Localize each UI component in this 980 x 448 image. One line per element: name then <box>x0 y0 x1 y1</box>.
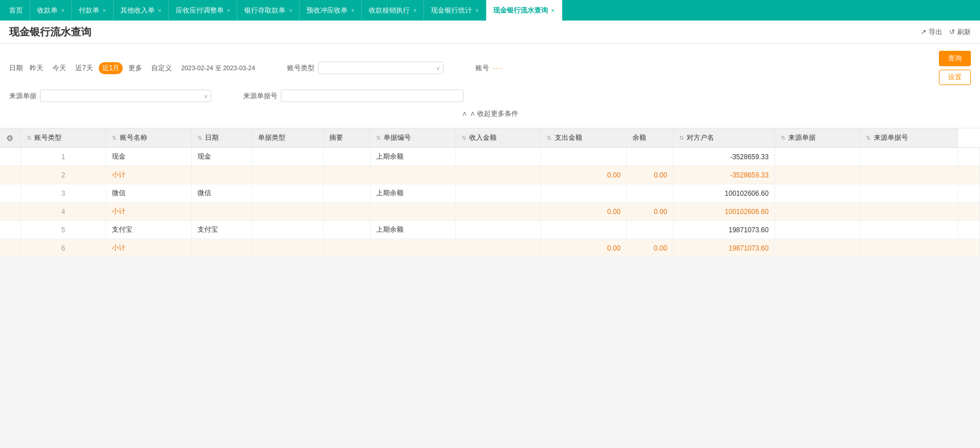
account-type-select[interactable] <box>318 62 443 74</box>
account-type-label: 账号类型 <box>287 63 314 73</box>
cell-settings <box>0 166 21 184</box>
close-icon[interactable]: × <box>475 7 479 14</box>
date-option-more[interactable]: 更多 <box>125 62 146 74</box>
nav-tab-verify[interactable]: 收款核销执行 × <box>362 0 424 21</box>
date-filter: 日期 昨天 今天 近7天 近1月 更多 自定义 2023-02-24 至 202… <box>9 62 255 74</box>
collapse-icon: ∧ <box>462 110 467 118</box>
refresh-button[interactable]: ↺ 刷新 <box>949 27 971 37</box>
source-doc-num-label: 来源单据号 <box>243 91 277 101</box>
gear-icon[interactable]: ⚙ <box>6 134 14 143</box>
cell-account-name <box>191 203 252 221</box>
settings-button[interactable]: 设置 <box>939 70 971 85</box>
cell-balance: -3528659.33 <box>673 148 775 166</box>
col-account-name: ⇅ 账号名称 <box>106 128 192 148</box>
account-dots-button[interactable]: ··· <box>493 63 503 72</box>
sort-icon[interactable]: ⇅ <box>112 135 116 141</box>
close-icon[interactable]: × <box>227 7 231 14</box>
cell-summary <box>370 166 456 184</box>
sort-icon[interactable]: ⇅ <box>197 135 202 141</box>
col-doc-no: ⇅ 单据编号 <box>370 128 456 148</box>
cell-date <box>252 203 323 221</box>
date-option-custom[interactable]: 自定义 <box>148 62 175 74</box>
nav-tab-prepay[interactable]: 预收冲应收单 × <box>300 0 362 21</box>
close-icon[interactable]: × <box>551 7 555 14</box>
cell-summary <box>370 239 456 257</box>
account-type-filter: 账号类型 <box>287 62 443 74</box>
sort-icon[interactable]: ⇅ <box>27 135 31 141</box>
cell-income: 0.00 <box>541 203 627 221</box>
close-icon[interactable]: × <box>289 7 292 14</box>
sort-icon[interactable]: ⇅ <box>462 135 466 141</box>
table-row: 5支付宝支付宝上期余额19871073.60 <box>0 221 980 239</box>
cell-account-type: 支付宝 <box>106 221 192 239</box>
date-range-display: 2023-02-24 至 2023-03-24 <box>181 64 255 72</box>
close-icon[interactable]: × <box>413 7 417 14</box>
query-button[interactable]: 查询 <box>939 51 971 66</box>
row-number: 5 <box>21 221 106 239</box>
nav-tab-adjustment[interactable]: 应收应付调整单 × <box>169 0 238 21</box>
cell-counterpart <box>775 221 860 239</box>
sort-icon[interactable]: ⇅ <box>547 135 551 141</box>
source-doc-select[interactable] <box>40 90 211 102</box>
cell-balance: 100102606.60 <box>673 184 775 203</box>
filter-row-2: 来源单据 来源单据号 <box>9 90 971 102</box>
sort-icon[interactable]: ⇅ <box>781 135 785 141</box>
cell-income: 0.00 <box>541 239 627 257</box>
close-icon[interactable]: × <box>158 7 162 14</box>
filter-area: 日期 昨天 今天 近7天 近1月 更多 自定义 2023-02-24 至 202… <box>0 44 980 128</box>
sort-icon[interactable]: ⇅ <box>866 135 870 141</box>
date-option-yesterday[interactable]: 昨天 <box>26 62 47 74</box>
date-options: 昨天 今天 近7天 近1月 更多 自定义 <box>26 62 175 74</box>
data-table: ⚙ ⇅ 账号类型 ⇅ 账号名称 ⇅ 日期 单据类型 摘要 <box>0 128 980 257</box>
date-label: 日期 <box>9 63 23 73</box>
cell-date <box>252 148 323 166</box>
cell-balance: 100102606.60 <box>673 203 775 221</box>
cell-income <box>541 184 627 203</box>
date-option-7days[interactable]: 近7天 <box>72 62 96 74</box>
cell-expense: 0.00 <box>627 166 674 184</box>
nav-tab-bank-deposit[interactable]: 银行存取款单 × <box>237 0 300 21</box>
collapse-bar[interactable]: ∧ ∧ 收起更多条件 <box>9 107 971 121</box>
cell-date <box>252 184 323 203</box>
cell-income <box>541 221 627 239</box>
col-balance: 余额 <box>627 128 674 148</box>
cell-summary: 上期余额 <box>370 184 456 203</box>
nav-tab-flow-query[interactable]: 现金银行流水查询 × <box>486 0 562 21</box>
source-doc-num-input[interactable] <box>281 90 463 102</box>
nav-tab-payment[interactable]: 付款单 × <box>72 0 114 21</box>
cell-date <box>252 166 323 184</box>
nav-tab-home[interactable]: 首页 <box>2 0 30 21</box>
cell-account-type: 现金 <box>106 148 192 166</box>
cell-income <box>541 148 627 166</box>
close-icon[interactable]: × <box>351 7 354 14</box>
cell-doc-type <box>324 203 370 221</box>
cell-expense: 0.00 <box>627 239 674 257</box>
nav-tab-receipt[interactable]: 收款单 × <box>30 0 72 21</box>
cell-balance: 19871073.60 <box>673 221 775 239</box>
row-number: 3 <box>21 184 106 203</box>
export-button[interactable]: ↗ 导出 <box>921 27 942 37</box>
source-doc-num-filter: 来源单据号 <box>243 90 463 102</box>
cell-source-doc-no <box>958 148 979 166</box>
col-settings: ⚙ <box>0 128 21 148</box>
sort-icon[interactable]: ⇅ <box>376 135 381 141</box>
page-header: 现金银行流水查询 ↗ 导出 ↺ 刷新 <box>0 21 980 44</box>
cell-account-name: 支付宝 <box>191 221 252 239</box>
cell-source-doc <box>860 184 958 203</box>
date-option-1month[interactable]: 近1月 <box>99 62 123 74</box>
cell-doc-type <box>324 184 370 203</box>
cell-doc-type <box>324 166 370 184</box>
col-counterpart: ⇅ 对方户名 <box>673 128 775 148</box>
account-type-select-wrapper <box>318 62 443 74</box>
cell-source-doc <box>860 148 958 166</box>
cell-settings <box>0 203 21 221</box>
page-title: 现金银行流水查询 <box>9 25 91 39</box>
nav-tab-other-income[interactable]: 其他收入单 × <box>114 0 169 21</box>
cell-account-type: 小计 <box>106 239 192 257</box>
table-row: 6小计0.000.0019871073.60 <box>0 239 980 257</box>
date-option-today[interactable]: 今天 <box>49 62 70 74</box>
nav-tab-stats[interactable]: 现金银行统计 × <box>424 0 486 21</box>
close-icon[interactable]: × <box>61 7 64 14</box>
sort-icon[interactable]: ⇅ <box>679 135 684 141</box>
close-icon[interactable]: × <box>103 7 106 14</box>
